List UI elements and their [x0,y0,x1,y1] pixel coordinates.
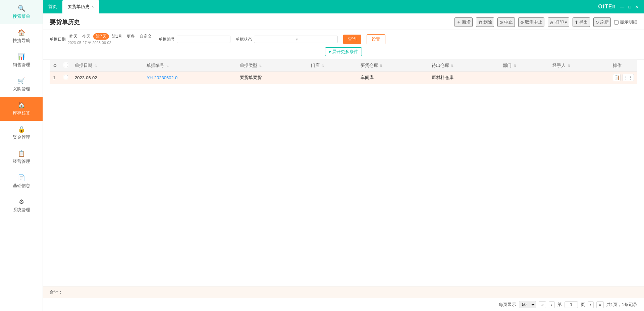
finance-icon: 🔒 [18,126,25,133]
sidebar-item-search-menu[interactable]: 🔍 搜索菜单 [0,0,43,24]
first-page-button[interactable]: « [539,301,546,308]
sidebar-item-sales[interactable]: 📊 销售管理 [0,48,43,73]
tab-active-label: 要货单历史 [68,4,90,10]
col-dept[interactable]: 部门 ⇅ [499,60,549,72]
sidebar-item-finance[interactable]: 🔒 资金管理 [0,121,43,145]
tab-bar: 首页 要货单历史 × OfTEn — □ ✕ [43,0,644,13]
cell-dept [499,72,549,84]
display-cell-checkbox[interactable] [614,20,619,25]
page-input[interactable] [565,301,578,308]
dept-sort-icon: ⇅ [514,64,516,68]
new-icon: ＋ [457,19,461,25]
next-page-button[interactable]: › [588,301,594,308]
sales-icon: 📊 [18,53,25,60]
row-edit-icon[interactable]: 📋 [613,74,621,81]
shortcut-7days[interactable]: 近7天 [93,33,109,40]
stop-icon: ⊘ [499,20,503,25]
col-doc-no[interactable]: 单据编号 ⇅ [143,60,236,72]
doc-no-input[interactable] [177,36,230,43]
handler-sort-icon: ⇅ [568,64,570,68]
pagination: 每页显示 50 100 200 « ‹ 第 页 › » 共1页，1条记录 [43,298,644,311]
sidebar-item-quick-nav[interactable]: 🏠 快捷导航 [0,24,43,48]
print-dropdown-icon: ▾ [565,20,567,25]
col-date[interactable]: 单据日期 ⇅ [71,60,143,72]
tab-home-label: 首页 [48,4,57,10]
sidebar-item-system[interactable]: ⚙ 系统管理 [0,193,43,218]
cell-handler [549,72,609,84]
new-button[interactable]: ＋ 新增 [454,17,473,27]
cell-checkbox[interactable] [60,72,71,84]
status-filter: 单据状态 ▾ [236,36,338,43]
doc-no-filter: 单据编号 [159,36,230,43]
cancel-stop-button[interactable]: ⊗ 取消中止 [518,17,544,27]
col-handler[interactable]: 经手人 ⇅ [549,60,609,72]
col-pending-warehouse[interactable]: 待出仓库 ⇅ [428,60,499,72]
per-page-select[interactable]: 50 100 200 [519,301,536,308]
col-store-label: 门店 [311,63,320,68]
status-label: 单据状态 [236,37,252,42]
filter-area: 单据日期 昨天 今天 近7天 近1月 更多 自定义 2023-05-27 至 2… [43,30,644,60]
row-detail-icon[interactable]: ⋮⋮ [623,74,634,81]
print-icon: 🖨 [550,20,554,25]
col-handler-label: 经手人 [552,63,566,68]
delete-button[interactable]: 🗑 删除 [476,17,494,27]
print-label: 打印 [555,19,564,25]
doc-type-sort-icon: ⇅ [259,64,262,68]
expand-filter-button[interactable]: ▾ 展开更多条件 [325,47,362,56]
date-shortcuts: 昨天 今天 近7天 近1月 更多 自定义 2023-05-27 至 2023-0… [68,33,153,45]
col-doc-type[interactable]: 单据类型 ⇅ [236,60,308,72]
tab-close-icon[interactable]: × [92,5,94,9]
tab-requisition-history[interactable]: 要货单历史 × [62,0,99,13]
sidebar-item-inventory[interactable]: 🏠 库存核算 [0,97,43,121]
close-button[interactable]: ✕ [635,4,639,9]
query-button[interactable]: 查询 [343,35,361,44]
cell-num: 1 [50,72,60,84]
col-store[interactable]: 门店 ⇅ [308,60,357,72]
shortcut-today[interactable]: 今天 [80,33,92,40]
page-title: 要货单历史 [50,18,80,26]
toolbar: ＋ 新增 🗑 删除 ⊘ 中止 ⊗ 取消中止 🖨 打印 [454,17,637,27]
basic-info-icon: 📄 [18,174,25,181]
cell-doc-no[interactable]: YH-20230602-0 [143,72,236,84]
last-page-button[interactable]: » [596,301,603,308]
shortcut-yesterday[interactable]: 昨天 [68,33,79,40]
cancel-stop-icon: ⊗ [520,20,524,25]
sidebar-item-operations[interactable]: 📋 经营管理 [0,145,43,169]
col-settings[interactable]: ⚙ [50,60,60,72]
req-warehouse-sort-icon: ⇅ [380,64,382,68]
page-label: 第 [557,302,562,308]
purchase-icon: 🛒 [18,77,25,85]
doc-no-label: 单据编号 [159,37,175,42]
minimize-button[interactable]: — [620,4,624,9]
col-req-warehouse[interactable]: 要货仓库 ⇅ [357,60,428,72]
sidebar-item-purchase[interactable]: 🛒 采购管理 [0,73,43,97]
shortcut-1month[interactable]: 近1月 [110,33,124,40]
status-select[interactable]: ▾ [254,36,338,43]
new-label: 新增 [462,19,471,25]
stop-button[interactable]: ⊘ 中止 [497,17,515,27]
settings-button[interactable]: 设置 [367,34,385,44]
print-button[interactable]: 🖨 打印 ▾ [548,17,569,27]
shortcut-more[interactable]: 更多 [125,33,137,40]
status-dropdown-icon: ▾ [296,37,335,42]
maximize-button[interactable]: □ [628,4,631,9]
display-cell-toggle[interactable]: 显示明细 [614,19,637,25]
prev-page-button[interactable]: ‹ [549,301,555,308]
sidebar-item-label: 系统管理 [13,207,30,213]
cell-action: 📋 ⋮⋮ [609,72,637,84]
tab-home[interactable]: 首页 [43,0,62,13]
stop-label: 中止 [504,19,513,25]
select-all-checkbox[interactable] [64,63,68,67]
export-icon: ⬆ [575,20,578,25]
doc-no-link[interactable]: YH-20230602-0 [147,75,177,80]
refresh-button[interactable]: ↻ 刷新 [593,17,611,27]
col-checkbox [60,60,71,72]
sidebar-item-basic-info[interactable]: 📄 基础信息 [0,169,43,193]
shortcut-custom[interactable]: 自定义 [138,33,153,40]
table-header-row: ⚙ 单据日期 ⇅ 单据编号 ⇅ 单据类型 [50,60,637,72]
sidebar-item-label: 销售管理 [13,62,30,68]
quick-nav-icon: 🏠 [18,29,25,36]
page-content: 要货单历史 ＋ 新增 🗑 删除 ⊘ 中止 ⊗ 取消中止 [43,13,644,311]
delete-label: 删除 [483,19,492,25]
export-button[interactable]: ⬆ 导出 [573,17,590,27]
